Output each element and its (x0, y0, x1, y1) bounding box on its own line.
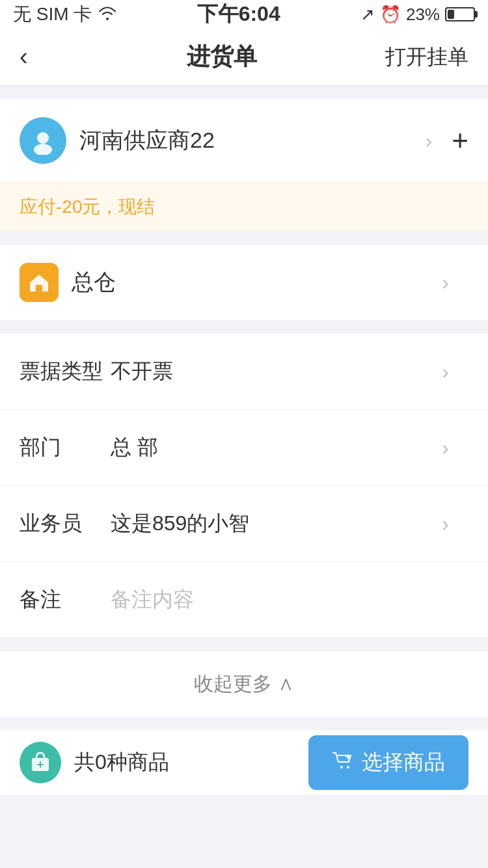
product-icon (20, 742, 61, 783)
page-title: 进货单 (187, 41, 257, 73)
top-spacer (0, 86, 488, 99)
svg-point-0 (37, 132, 49, 144)
salesperson-chevron-icon: › (442, 512, 449, 536)
battery-percentage: 23% (406, 5, 440, 25)
svg-point-1 (34, 144, 52, 155)
remark-label: 备注 (20, 586, 111, 614)
remark-input[interactable]: 备注内容 (111, 586, 468, 614)
svg-point-5 (347, 766, 349, 768)
warehouse-name: 总仓 (72, 267, 442, 297)
status-bar: 无 SIM 卡 下午6:04 ↗ ⏰ 23% (0, 0, 488, 29)
select-product-button[interactable]: 选择商品 (308, 735, 468, 790)
open-pending-button[interactable]: 打开挂单 (385, 43, 468, 72)
status-time: 下午6:04 (197, 0, 280, 29)
department-chevron-icon: › (442, 436, 449, 460)
warehouse-chevron-icon: › (442, 271, 449, 295)
remark-row[interactable]: 备注 备注内容 (0, 562, 488, 638)
supplier-chevron-icon: › (426, 129, 433, 153)
collapse-text: 收起更多 ∧ (194, 671, 293, 698)
supplier-section: 河南供应商22 › + 应付-20元，现结 (0, 99, 488, 232)
salesperson-value: 这是859的小智 (111, 509, 442, 538)
department-value: 总 部 (111, 433, 442, 462)
warehouse-icon (20, 263, 59, 302)
status-left: 无 SIM 卡 (13, 2, 116, 27)
battery-icon (445, 7, 475, 21)
add-supplier-button[interactable]: + (452, 126, 468, 155)
location-icon: ↗ (360, 5, 375, 25)
cart-icon (332, 752, 354, 774)
bottom-bar: 共0种商品 选择商品 (0, 730, 488, 795)
supplier-row[interactable]: 河南供应商22 › + (0, 99, 488, 183)
svg-point-4 (340, 766, 343, 768)
form-section: 票据类型 不开票 › 部门 总 部 › 业务员 这是859的小智 › 备注 备注… (0, 334, 488, 638)
invoice-type-label: 票据类型 (20, 357, 111, 386)
warehouse-row[interactable]: 总仓 › (0, 245, 488, 321)
wifi-icon (98, 4, 116, 25)
back-button[interactable]: ‹ (20, 43, 59, 71)
salesperson-label: 业务员 (20, 509, 111, 538)
select-product-label: 选择商品 (362, 748, 445, 777)
collapse-row[interactable]: 收起更多 ∧ (0, 651, 488, 717)
supplier-name: 河南供应商22 (79, 126, 426, 156)
nav-bar: ‹ 进货单 打开挂单 (0, 29, 488, 86)
notice-bar: 应付-20元，现结 (0, 183, 488, 232)
product-count: 共0种商品 (74, 748, 308, 777)
invoice-type-row[interactable]: 票据类型 不开票 › (0, 334, 488, 410)
notice-text: 应付-20元，现结 (20, 197, 155, 217)
department-label: 部门 (20, 433, 111, 462)
invoice-type-value: 不开票 (111, 357, 442, 386)
no-sim-text: 无 SIM 卡 (13, 2, 92, 27)
alarm-icon: ⏰ (380, 5, 401, 25)
invoice-type-chevron-icon: › (442, 360, 449, 384)
status-right: ↗ ⏰ 23% (360, 5, 475, 25)
supplier-avatar (20, 117, 66, 164)
salesperson-row[interactable]: 业务员 这是859的小智 › (0, 486, 488, 562)
svg-rect-2 (36, 285, 42, 292)
department-row[interactable]: 部门 总 部 › (0, 410, 488, 486)
